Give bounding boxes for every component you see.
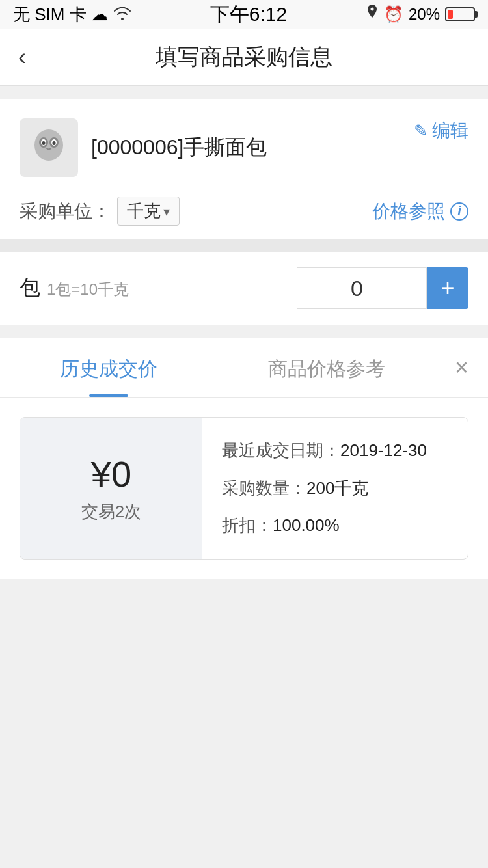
product-header: [0000006]手撕面包 ✎ 编辑 xyxy=(20,118,468,177)
bottom-space xyxy=(0,579,488,868)
quantity-sub-unit: 1包=10千克 xyxy=(47,279,129,300)
price-detail-quantity-value: 200千克 xyxy=(306,478,368,498)
product-name: [0000006]手撕面包 xyxy=(91,133,267,162)
svg-point-5 xyxy=(42,141,46,145)
quantity-input[interactable] xyxy=(297,267,427,309)
dropdown-arrow-icon: ▾ xyxy=(163,204,170,219)
price-detail-discount-label: 折扣： xyxy=(222,515,273,535)
wifi-icon xyxy=(113,5,131,25)
alarm-icon: ⏰ xyxy=(384,5,403,23)
battery-icon xyxy=(445,7,475,21)
price-value: ¥0 xyxy=(91,453,131,495)
back-icon: ‹ xyxy=(18,44,26,70)
plus-icon: + xyxy=(441,275,454,302)
tab-history-price[interactable]: 历史成交价 xyxy=(0,338,217,397)
quantity-label: 包 1包=10千克 xyxy=(20,274,129,303)
price-detail-discount: 折扣：100.00% xyxy=(222,512,448,539)
tab-price-reference-label: 商品价格参考 xyxy=(268,358,385,379)
price-detail-quantity: 采购数量：200千克 xyxy=(222,475,448,502)
status-right: ⏰ 20% xyxy=(366,5,475,24)
price-ref-info-icon: i xyxy=(450,202,468,221)
battery-percent: 20% xyxy=(409,5,440,23)
price-ref-label: 价格参照 xyxy=(372,199,445,224)
status-bar: 无 SIM 卡 ☁ 下午6:12 ⏰ 20% xyxy=(0,0,488,29)
tabs-close-button[interactable]: × xyxy=(435,354,488,381)
price-detail-quantity-label: 采购数量： xyxy=(222,478,306,498)
section-divider xyxy=(0,239,488,252)
status-left: 无 SIM 卡 ☁ xyxy=(13,3,131,26)
product-left: [0000006]手撕面包 xyxy=(20,118,267,177)
price-card-section: ¥0 交易2次 最近成交日期：2019-12-30 采购数量：200千克 折扣：… xyxy=(0,398,488,579)
price-detail-date: 最近成交日期：2019-12-30 xyxy=(222,437,448,465)
edit-label: 编辑 xyxy=(432,118,468,143)
product-footer: 采购单位： 千克 ▾ 价格参照 i xyxy=(20,190,468,226)
price-number: 0 xyxy=(111,454,131,495)
sim-text: 无 SIM 卡 ☁ xyxy=(13,3,108,26)
price-detail-date-value: 2019-12-30 xyxy=(340,441,427,460)
unit-label: 采购单位： xyxy=(20,199,111,224)
price-card: ¥0 交易2次 最近成交日期：2019-12-30 采购数量：200千克 折扣：… xyxy=(20,417,468,560)
quantity-control: + xyxy=(297,267,468,309)
tab-price-reference[interactable]: 商品价格参考 xyxy=(217,338,435,397)
price-detail-discount-value: 100.00% xyxy=(273,515,340,535)
product-section: [0000006]手撕面包 ✎ 编辑 采购单位： 千克 ▾ 价格参照 i xyxy=(0,99,488,239)
product-icon xyxy=(29,126,68,170)
edit-icon: ✎ xyxy=(414,121,428,141)
edit-button[interactable]: ✎ 编辑 xyxy=(414,118,468,143)
product-thumbnail xyxy=(20,118,78,177)
back-button[interactable]: ‹ xyxy=(18,44,26,71)
quantity-plus-button[interactable]: + xyxy=(427,267,468,309)
price-card-left: ¥0 交易2次 xyxy=(20,418,202,559)
price-reference-button[interactable]: 价格参照 i xyxy=(372,199,468,224)
status-time: 下午6:12 xyxy=(210,1,287,28)
unit-value: 千克 xyxy=(127,200,161,223)
quantity-unit: 包 xyxy=(20,274,40,303)
svg-point-0 xyxy=(34,129,63,161)
location-icon xyxy=(366,5,379,24)
tabs-header: 历史成交价 商品价格参考 × xyxy=(0,338,488,398)
price-trade-count: 交易2次 xyxy=(81,500,141,523)
quantity-section: 包 1包=10千克 + xyxy=(0,252,488,325)
price-symbol: ¥ xyxy=(91,454,111,495)
tab-history-price-label: 历史成交价 xyxy=(60,358,157,379)
unit-select-dropdown[interactable]: 千克 ▾ xyxy=(117,197,180,226)
nav-bar: ‹ 填写商品采购信息 xyxy=(0,29,488,86)
tabs-section: 历史成交价 商品价格参考 × ¥0 交易2次 最近成交日期：2019-12-30 xyxy=(0,338,488,579)
close-icon: × xyxy=(455,354,468,381)
page-title: 填写商品采购信息 xyxy=(156,42,332,72)
price-detail-date-label: 最近成交日期： xyxy=(222,441,340,460)
price-card-right: 最近成交日期：2019-12-30 采购数量：200千克 折扣：100.00% xyxy=(202,418,468,559)
tab-indicator xyxy=(89,394,128,397)
svg-point-6 xyxy=(53,141,56,145)
unit-row: 采购单位： 千克 ▾ xyxy=(20,197,180,226)
